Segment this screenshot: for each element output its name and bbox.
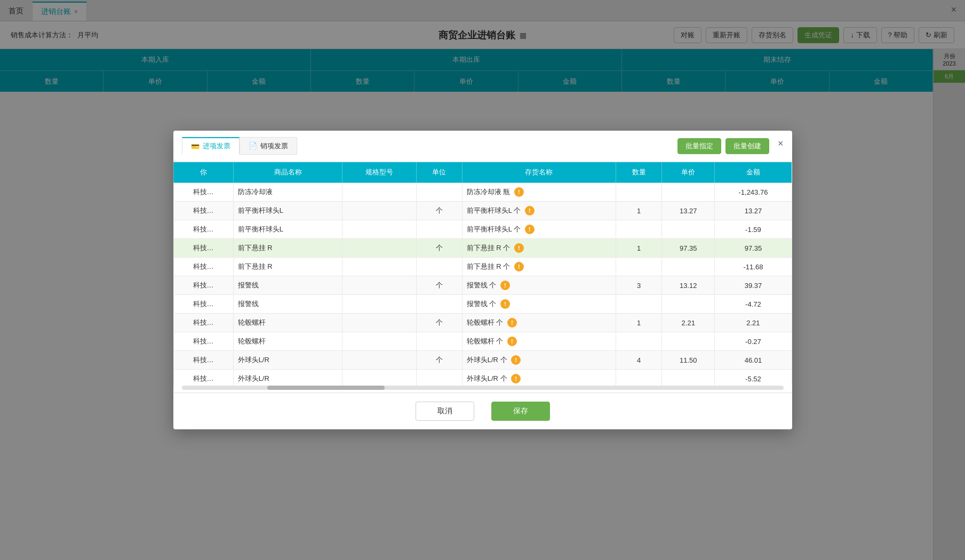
- cell-company: 科技…: [173, 239, 233, 258]
- cell-inventory: 外球头L/R 个 !: [462, 351, 616, 370]
- cell-inventory: 前平衡杆球头L 个 !: [462, 220, 616, 239]
- cell-price: [662, 332, 715, 351]
- cell-qty: 3: [616, 276, 662, 295]
- horizontal-scrollbar[interactable]: [182, 386, 784, 390]
- cell-company: 科技…: [173, 258, 233, 276]
- batch-assign-button[interactable]: 批量指定: [677, 138, 721, 154]
- tab-input-invoice[interactable]: 💳 进项发票: [182, 137, 240, 155]
- cell-amount: -11.68: [715, 258, 792, 276]
- cell-company: 科技…: [173, 314, 233, 332]
- cell-price: 2.21: [662, 314, 715, 332]
- cell-spec: [342, 314, 416, 332]
- cell-product: 前平衡杆球头L: [233, 220, 342, 239]
- cell-price: 13.27: [662, 202, 715, 220]
- cell-product: 轮毂螺杆: [233, 314, 342, 332]
- alert-icon: !: [525, 206, 535, 215]
- cell-qty: 1: [616, 202, 662, 220]
- cell-qty: 4: [616, 351, 662, 370]
- cell-inventory: 外球头L/R 个 !: [462, 370, 616, 386]
- cell-unit: [416, 295, 462, 314]
- alert-icon: !: [507, 337, 517, 346]
- col-product-name: 商品名称: [233, 162, 342, 183]
- cell-amount: -1,243.76: [715, 183, 792, 202]
- cell-price: [662, 220, 715, 239]
- table-row: 科技… 前平衡杆球头L 个 前平衡杆球头L 个 ! 1 13.27 13.27: [173, 202, 792, 220]
- modal-close-button[interactable]: ×: [778, 138, 784, 154]
- cell-qty: [616, 220, 662, 239]
- cell-amount: 2.21: [715, 314, 792, 332]
- cell-spec: [342, 220, 416, 239]
- col-company: 你: [173, 162, 233, 183]
- cell-unit: [416, 258, 462, 276]
- cell-price: [662, 295, 715, 314]
- cell-product: 防冻冷却液: [233, 183, 342, 202]
- cell-price: 13.12: [662, 276, 715, 295]
- cell-inventory: 报警线 个 !: [462, 295, 616, 314]
- cell-price: 11.50: [662, 351, 715, 370]
- cell-company: 科技…: [173, 351, 233, 370]
- table-row: 科技… 报警线 报警线 个 ! -4.72: [173, 295, 792, 314]
- cell-company: 科技…: [173, 295, 233, 314]
- cell-company: 科技…: [173, 183, 233, 202]
- cell-spec: [342, 351, 416, 370]
- cell-qty: [616, 370, 662, 386]
- table-row: 科技… 轮毂螺杆 个 轮毂螺杆 个 ! 1 2.21 2.21: [173, 314, 792, 332]
- table-row: 科技… 外球头L/R 外球头L/R 个 ! -5.52: [173, 370, 792, 386]
- cell-product: 前下悬挂 R: [233, 258, 342, 276]
- alert-icon: !: [525, 225, 535, 234]
- cell-unit: 个: [416, 351, 462, 370]
- cell-qty: 1: [616, 314, 662, 332]
- cell-amount: -4.72: [715, 295, 792, 314]
- table-scroll-area[interactable]: 你 商品名称 规格型号 单位 存货名称 数量 单价 金额 科技… 防冻冷却液: [173, 162, 792, 386]
- modal-dialog: 💳 进项发票 📄 销项发票 批量指定 批量创建 × 你 商品名称 规格型号: [173, 131, 792, 429]
- cell-price: [662, 183, 715, 202]
- cell-inventory: 轮毂螺杆 个 !: [462, 314, 616, 332]
- cell-company: 科技…: [173, 220, 233, 239]
- cell-inventory: 轮毂螺杆 个 !: [462, 332, 616, 351]
- cell-inventory: 前平衡杆球头L 个 !: [462, 202, 616, 220]
- cell-unit: 个: [416, 276, 462, 295]
- alert-icon: !: [507, 318, 517, 327]
- cell-unit: [416, 220, 462, 239]
- col-qty: 数量: [616, 162, 662, 183]
- cell-amount: 39.37: [715, 276, 792, 295]
- modal-header-right: 批量指定 批量创建 ×: [677, 138, 784, 154]
- output-invoice-icon: 📄: [249, 142, 257, 150]
- cell-spec: [342, 370, 416, 386]
- cell-product: 前平衡杆球头L: [233, 202, 342, 220]
- cell-unit: [416, 183, 462, 202]
- tab-output-invoice[interactable]: 📄 销项发票: [240, 137, 297, 155]
- modal-body: 你 商品名称 规格型号 单位 存货名称 数量 单价 金额 科技… 防冻冷却液: [173, 162, 792, 393]
- alert-icon: !: [514, 187, 524, 197]
- cell-amount: 13.27: [715, 202, 792, 220]
- alert-icon: !: [514, 262, 524, 271]
- cell-qty: [616, 332, 662, 351]
- table-row: 科技… 报警线 个 报警线 个 ! 3 13.12 39.37: [173, 276, 792, 295]
- cell-unit: 个: [416, 202, 462, 220]
- cell-inventory: 防冻冷却液 瓶 !: [462, 183, 616, 202]
- cell-spec: [342, 202, 416, 220]
- alert-icon: !: [500, 281, 510, 290]
- table-row: 科技… 防冻冷却液 防冻冷却液 瓶 ! -1,243.76: [173, 183, 792, 202]
- cell-qty: [616, 295, 662, 314]
- cell-spec: [342, 295, 416, 314]
- col-unit: 单位: [416, 162, 462, 183]
- cell-spec: [342, 276, 416, 295]
- save-button[interactable]: 保存: [491, 402, 550, 421]
- alert-icon: !: [511, 374, 521, 383]
- cell-qty: [616, 183, 662, 202]
- cell-unit: [416, 370, 462, 386]
- cell-qty: 1: [616, 239, 662, 258]
- table-row: 科技… 前下悬挂 R 个 前下悬挂 R 个 ! 1 97.35 97.35: [173, 239, 792, 258]
- scrollbar-thumb: [267, 386, 385, 390]
- table-body: 科技… 防冻冷却液 防冻冷却液 瓶 ! -1,243.76 科技… 前平衡杆球头…: [173, 183, 792, 386]
- cell-company: 科技…: [173, 332, 233, 351]
- cell-price: 97.35: [662, 239, 715, 258]
- cancel-button[interactable]: 取消: [416, 402, 474, 421]
- cell-company: 科技…: [173, 202, 233, 220]
- batch-create-button[interactable]: 批量创建: [725, 138, 769, 154]
- cell-product: 报警线: [233, 295, 342, 314]
- alert-icon: !: [500, 299, 510, 309]
- input-invoice-icon: 💳: [191, 142, 200, 150]
- cell-unit: 个: [416, 314, 462, 332]
